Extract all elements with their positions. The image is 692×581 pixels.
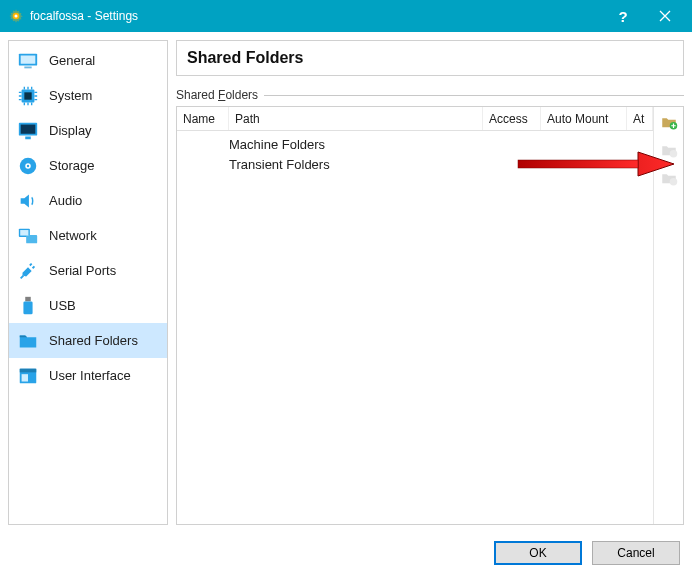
- svg-rect-6: [24, 92, 31, 99]
- table-body[interactable]: Machine Folders Transient Folders: [177, 131, 653, 175]
- cancel-button[interactable]: Cancel: [592, 541, 680, 565]
- svg-point-12: [27, 164, 29, 166]
- sidebar-item-label: General: [49, 53, 95, 68]
- ok-button[interactable]: OK: [494, 541, 582, 565]
- svg-rect-17: [23, 301, 32, 314]
- col-access[interactable]: Access: [483, 107, 541, 130]
- sidebar-item-network[interactable]: Network: [9, 218, 167, 253]
- svg-rect-3: [21, 55, 36, 63]
- svg-rect-14: [26, 235, 37, 243]
- close-button[interactable]: [644, 0, 686, 32]
- add-folder-button[interactable]: [658, 111, 680, 133]
- gear-icon: [8, 8, 24, 24]
- main-panel: Shared Folders Shared Folders Name Path …: [176, 40, 684, 525]
- close-icon: [659, 10, 671, 22]
- folder-minus-icon: [660, 169, 678, 187]
- tree-category-machine[interactable]: Machine Folders: [177, 135, 653, 155]
- sidebar-item-general[interactable]: General: [9, 43, 167, 78]
- sidebar-item-label: Display: [49, 123, 92, 138]
- speaker-icon: [17, 190, 39, 212]
- sidebar-item-label: Network: [49, 228, 97, 243]
- edit-folder-button: [658, 139, 680, 161]
- svg-point-1: [14, 14, 17, 17]
- svg-rect-4: [24, 66, 31, 68]
- plug-icon: [17, 260, 39, 282]
- svg-rect-16: [25, 296, 31, 301]
- sidebar-item-usb[interactable]: USB: [9, 288, 167, 323]
- group-label: Shared Folders: [176, 88, 264, 102]
- client-area: General System Display Storage Audio Net…: [0, 32, 692, 533]
- sidebar-item-label: Shared Folders: [49, 333, 138, 348]
- network-icon: [17, 225, 39, 247]
- group-label-row: Shared Folders: [176, 88, 684, 102]
- svg-rect-19: [20, 368, 37, 372]
- layout-icon: [17, 365, 39, 387]
- usb-icon: [17, 295, 39, 317]
- sidebar-item-label: USB: [49, 298, 76, 313]
- sidebar-item-label: System: [49, 88, 92, 103]
- settings-sidebar: General System Display Storage Audio Net…: [8, 40, 168, 525]
- titlebar: focalfossa - Settings ?: [0, 0, 692, 32]
- sidebar-item-user-interface[interactable]: User Interface: [9, 358, 167, 393]
- svg-rect-8: [21, 124, 36, 133]
- svg-rect-20: [22, 374, 28, 381]
- sidebar-item-label: Serial Ports: [49, 263, 116, 278]
- window-title: focalfossa - Settings: [30, 9, 138, 23]
- table-header: Name Path Access Auto Mount At: [177, 107, 653, 131]
- dialog-footer: OK Cancel: [0, 533, 692, 573]
- display-icon: [17, 120, 39, 142]
- chip-icon: [17, 85, 39, 107]
- svg-rect-15: [20, 230, 28, 236]
- disk-icon: [17, 155, 39, 177]
- panel-title: Shared Folders: [187, 49, 673, 67]
- folder-icon: [17, 330, 39, 352]
- sidebar-item-storage[interactable]: Storage: [9, 148, 167, 183]
- tree-category-transient[interactable]: Transient Folders: [177, 155, 653, 175]
- col-auto-mount[interactable]: Auto Mount: [541, 107, 627, 130]
- sidebar-item-system[interactable]: System: [9, 78, 167, 113]
- panel-title-box: Shared Folders: [176, 40, 684, 76]
- folder-plus-icon: [660, 113, 678, 131]
- col-path[interactable]: Path: [229, 107, 483, 130]
- sidebar-item-serial-ports[interactable]: Serial Ports: [9, 253, 167, 288]
- sidebar-item-shared-folders[interactable]: Shared Folders: [9, 323, 167, 358]
- sidebar-item-audio[interactable]: Audio: [9, 183, 167, 218]
- sidebar-item-display[interactable]: Display: [9, 113, 167, 148]
- monitor-icon: [17, 50, 39, 72]
- table-area: Name Path Access Auto Mount At Machine F…: [177, 107, 653, 524]
- remove-folder-button: [658, 167, 680, 189]
- action-column: [653, 107, 683, 524]
- shared-folders-table: Name Path Access Auto Mount At Machine F…: [176, 106, 684, 525]
- group-divider: [264, 95, 684, 96]
- svg-rect-9: [25, 136, 31, 139]
- sidebar-item-label: User Interface: [49, 368, 131, 383]
- folder-edit-icon: [660, 141, 678, 159]
- help-button[interactable]: ?: [602, 0, 644, 32]
- svg-point-23: [669, 178, 677, 186]
- col-at[interactable]: At: [627, 107, 653, 130]
- sidebar-item-label: Storage: [49, 158, 95, 173]
- col-name[interactable]: Name: [177, 107, 229, 130]
- svg-point-22: [669, 150, 677, 158]
- sidebar-item-label: Audio: [49, 193, 82, 208]
